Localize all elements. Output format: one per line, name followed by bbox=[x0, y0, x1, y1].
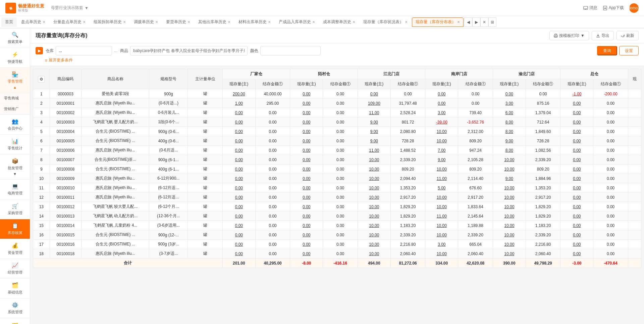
industry-selector[interactable]: 母婴行业演示陈套 ▼ bbox=[51, 5, 89, 11]
th-spec: 规格型号 bbox=[149, 69, 188, 89]
tab-other-out[interactable]: 其他出库单历史 ✕ bbox=[195, 17, 234, 27]
th-settings[interactable]: ⚙ bbox=[33, 69, 50, 89]
table-row: 1200100011惠氏启旅 (Wyeth illu...(6-12月适...罐… bbox=[33, 193, 641, 202]
product-input[interactable] bbox=[130, 46, 248, 55]
app-download-btn[interactable]: App下载 bbox=[603, 5, 624, 11]
color-input[interactable] bbox=[260, 46, 321, 55]
user-avatar[interactable]: demo2 bbox=[629, 3, 639, 13]
table-row: 1300100012飞鹤星飞帆 较大婴儿配...(6-12个月...罐0.000… bbox=[33, 202, 641, 212]
filter-row: ▶ 仓库 ... 商品 颜色 查询 设置 bbox=[36, 46, 639, 55]
sidebar-item-retail[interactable]: 🏪 零售管理 ▲ bbox=[0, 68, 30, 93]
system-icon: ⚙️ bbox=[12, 302, 18, 308]
query-btn[interactable]: 查询 bbox=[597, 46, 617, 55]
table-row: 700100006惠氏启旅 (Wyeth illu...(0-6月适...罐0.… bbox=[33, 146, 641, 155]
tab-purchase-order[interactable]: 要货单历史 ✕ bbox=[162, 17, 194, 27]
table-row: 1100100010惠氏启旅 (Wyeth illu...(6-12月适...罐… bbox=[33, 183, 641, 193]
sidebar-item-wholesale[interactable]: 📦 批发管理 ▼ bbox=[0, 154, 30, 180]
tab-category-count[interactable]: 分量盘点单历史 ✕ bbox=[50, 17, 89, 27]
tab-stock-status[interactable]: 现存量（库存状况表） ✕ bbox=[360, 17, 411, 27]
th-total: 总仓 bbox=[560, 69, 628, 79]
tab-nav-expand[interactable]: ⊞ bbox=[488, 17, 496, 27]
table-row: 1600100015合生元 (BIOSTIME) ...900g (12-...… bbox=[33, 230, 641, 240]
sidebar-item-enterprise[interactable]: 🤝 企业协同 bbox=[0, 318, 30, 324]
table-row: 1700100016合生元 (BIOSTIME) ...900g (3岁...罐… bbox=[33, 240, 641, 249]
product-label: 商品 bbox=[120, 48, 128, 54]
th-factory-qty: 现存量(主) bbox=[222, 79, 255, 89]
sidebar-item-inventory[interactable]: 📋 库存核算 bbox=[0, 219, 30, 239]
sidebar-item-search[interactable]: 🔍 搜索英单 bbox=[0, 28, 30, 48]
tab-stock-dist[interactable]: 现存量（库存分布表） ✕ bbox=[412, 17, 464, 27]
table-row: 1500100014飞鹤星飞帆 儿童奶粉 4...(3-6岁适用...罐0.00… bbox=[33, 221, 641, 230]
tab-material-out[interactable]: 材料出库单历史 ✕ bbox=[235, 17, 274, 27]
logo-area: 畅 畅捷通好生意 标准版 bbox=[5, 3, 44, 13]
tab-close-material-out[interactable]: ✕ bbox=[268, 20, 271, 24]
sidebar-item-finance[interactable]: 💰 资金管理 bbox=[0, 239, 30, 259]
th-total-amt: 结存金额① bbox=[593, 79, 628, 89]
export-btn[interactable]: 导出 bbox=[592, 31, 614, 40]
table-row: 800100007合生元(BIOSTIME)浙...900g (6-1...罐0… bbox=[33, 155, 641, 165]
tab-product-in[interactable]: 产成品入库单历史 ✕ bbox=[275, 17, 319, 27]
tab-close-cost-adjust[interactable]: ✕ bbox=[353, 20, 355, 24]
warehouse-label: 仓库 bbox=[46, 48, 54, 54]
sidebar-item-purchase[interactable]: 🛒 采购管理 bbox=[0, 199, 30, 219]
tab-close-inventory-count[interactable]: ✕ bbox=[43, 20, 45, 24]
sidebar-item-retail-shop[interactable]: 零售商城 bbox=[0, 93, 30, 104]
table-row: 1400100013飞鹤星飞帆 幼儿配方奶...(12-36个月...罐0.00… bbox=[33, 212, 641, 221]
settings-btn[interactable]: 设置 bbox=[619, 46, 639, 55]
table-area[interactable]: ⚙ 商品编码 商品名称 规格型号 主计量单位 厂家仓 陌村仓 江北门店 南岸门店… bbox=[30, 66, 644, 324]
sidebar-item-system[interactable]: ⚙️ 系统管理 bbox=[0, 298, 30, 318]
tab-close-stock-dist[interactable]: ✕ bbox=[457, 20, 460, 24]
tab-inventory-count[interactable]: 盘点单历史 ✕ bbox=[17, 17, 49, 27]
sidebar-item-member[interactable]: 👥 会员中心 bbox=[0, 115, 30, 135]
tab-close-stock-status[interactable]: ✕ bbox=[405, 20, 408, 24]
purchase-icon: 🛒 bbox=[12, 203, 18, 209]
table-row: 500100004合生元 (BIOSTIME) ...900g (0-6...罐… bbox=[33, 127, 641, 136]
table-row: 600100005合生元 (BIOSTIME) ...400g (0-6...罐… bbox=[33, 136, 641, 146]
topbar-left: 畅 畅捷通好生意 标准版 母婴行业演示陈套 ▼ bbox=[5, 3, 89, 13]
th-yubei-amt: 结存金额① bbox=[526, 79, 560, 89]
message-btn[interactable]: 消息 bbox=[583, 5, 597, 11]
tab-nav-prev[interactable]: ◀ bbox=[464, 17, 472, 27]
sidebar-item-shortcut[interactable]: ⚡ 快捷导航 bbox=[0, 48, 30, 68]
tab-close-purchase-order[interactable]: ✕ bbox=[187, 20, 190, 24]
tab-transfer[interactable]: 调拨单历史 ✕ bbox=[130, 17, 162, 27]
th-mocun: 陌村仓 bbox=[290, 69, 358, 79]
tab-assemble[interactable]: 组装拆卸单历史 ✕ bbox=[90, 17, 129, 27]
page-title: 现存量查询(库存分布) bbox=[36, 32, 88, 39]
operations-icon: 📈 bbox=[12, 262, 18, 269]
table-row: 300100002惠氏启旅 (Wyeth illu...0-6月装儿...罐0.… bbox=[33, 108, 641, 118]
color-label: 颜色 bbox=[250, 48, 258, 54]
th-jiangbei-qty: 现存量(主) bbox=[358, 79, 390, 89]
tab-cost-adjust[interactable]: 成本调整单历史 ✕ bbox=[319, 17, 359, 27]
retail-submenu: 零售商城 营销推广 bbox=[0, 93, 30, 115]
filter-expand-toggle[interactable]: ▶ bbox=[36, 47, 43, 54]
table-row: 1800100018惠氏启旅 (Wyeth illu...(3-7岁适...罐0… bbox=[33, 249, 641, 259]
tab-close-category-count[interactable]: ✕ bbox=[83, 20, 86, 24]
expand-more-btn[interactable]: ≡ 展开更多条件 bbox=[45, 57, 639, 63]
th-factory: 厂家仓 bbox=[222, 69, 290, 79]
warehouse-input[interactable] bbox=[56, 46, 112, 55]
tab-nav-close-all[interactable]: ✕ bbox=[480, 17, 488, 27]
tab-close-assemble[interactable]: ✕ bbox=[123, 20, 126, 24]
data-table: ⚙ 商品编码 商品名称 规格型号 主计量单位 厂家仓 陌村仓 江北门店 南岸门店… bbox=[33, 69, 641, 268]
print-btn[interactable]: 按模板打印 ▼ bbox=[549, 31, 589, 40]
tab-close-other-out[interactable]: ✕ bbox=[228, 20, 230, 24]
filter-expand-row: ≡ 展开更多条件 bbox=[36, 57, 639, 63]
sidebar-item-operations[interactable]: 📈 经营管理 bbox=[0, 259, 30, 279]
refresh-btn[interactable]: 刷新 bbox=[616, 31, 639, 40]
tab-nav-next[interactable]: ▶ bbox=[472, 17, 480, 27]
sidebar-item-ecommerce[interactable]: 💻 电商管理 bbox=[0, 180, 30, 199]
th-jiangbei: 江北门店 bbox=[358, 69, 425, 79]
retail-expand-icon: ▲ bbox=[13, 85, 17, 89]
tab-home[interactable]: 首页 bbox=[1, 17, 17, 27]
sidebar-item-marketing[interactable]: 营销推广 bbox=[0, 104, 30, 114]
retail-stat-icon: 📊 bbox=[12, 138, 18, 144]
th-nanan-amt: 结存金额① bbox=[458, 79, 493, 89]
sidebar-item-basic[interactable]: 🗂️ 基础信息 bbox=[0, 279, 30, 298]
sidebar: 🔍 搜索英单 ⚡ 快捷导航 🏪 零售管理 ▲ 零售商城 营销推广 👥 会员中心 … bbox=[0, 28, 30, 324]
enterprise-icon: 🤝 bbox=[12, 322, 18, 324]
th-nanan-qty: 现存量(主) bbox=[425, 79, 458, 89]
sidebar-item-retail-stat[interactable]: 📊 零售统计 bbox=[0, 135, 30, 154]
tab-close-product-in[interactable]: ✕ bbox=[312, 20, 315, 24]
tab-close-transfer[interactable]: ✕ bbox=[155, 20, 158, 24]
